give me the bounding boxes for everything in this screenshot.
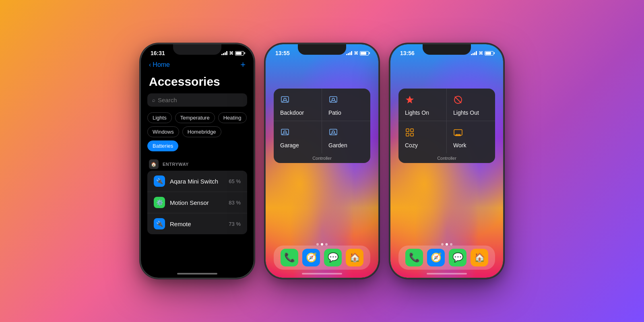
popup-item-work[interactable]: Work [447, 121, 495, 153]
work-icon [453, 128, 463, 140]
svg-point-1 [284, 98, 286, 101]
add-button-phone1[interactable]: + [240, 60, 246, 70]
motion-name: Motion Sensor [170, 199, 224, 206]
page-title-phone1: Accessories [141, 73, 254, 93]
wallpaper-phone2: 13:55 ⌘ [266, 44, 378, 278]
remote-icon: 🔌 [154, 218, 165, 229]
popup-item-garage[interactable]: Garage [274, 121, 322, 153]
home-indicator-phone1 [177, 273, 217, 275]
svg-line-10 [455, 97, 461, 103]
status-bar-phone3: 13:56 ⌘ [390, 44, 503, 58]
garage-icon [280, 128, 290, 140]
tag-batteries[interactable]: Batteries [147, 140, 178, 151]
wifi-icon-phone1: ⌘ [229, 51, 233, 56]
popup-item-lights-on[interactable]: Lights On [398, 89, 447, 121]
dock-phone2: 📞 🧭 💬 🏠 [274, 246, 370, 270]
status-bar-phone1: 16:31 ⌘ [141, 44, 254, 58]
dock-home-app[interactable]: 🏠 [346, 249, 363, 266]
status-bar-phone2: 13:55 ⌘ [266, 44, 378, 58]
battery-icon-phone2 [360, 51, 369, 56]
tag-lights[interactable]: Lights [147, 112, 172, 123]
garden-label: Garden [328, 142, 347, 149]
tag-heating[interactable]: Heating [218, 112, 247, 123]
filter-tags: Lights Temperature Heating Windows Homeb… [141, 112, 254, 156]
tag-homebridge[interactable]: Homebridge [182, 126, 221, 137]
dock-messages-app[interactable]: 💬 [324, 249, 342, 266]
lights-on-icon [405, 95, 415, 107]
dock-messages-app-3[interactable]: 💬 [449, 249, 466, 266]
battery-icon-phone1 [235, 51, 244, 56]
dock-home-app-3[interactable]: 🏠 [471, 249, 488, 266]
garage-label: Garage [280, 142, 299, 149]
nav-bar-phone1: ‹ Home + [141, 58, 254, 73]
aqara-icon: 🔌 [154, 175, 165, 187]
popup-item-cozy[interactable]: Cozy [398, 121, 447, 153]
phones-container: 16:31 ⌘ ‹ Home [141, 0, 503, 322]
dock-safari-app-3[interactable]: 🧭 [427, 249, 445, 266]
phone3-screen: 13:56 ⌘ [390, 44, 503, 278]
motion-icon: ⚙️ [154, 197, 165, 208]
section-header: 🏠 ENTRYWAY [141, 156, 254, 171]
svg-marker-8 [406, 96, 414, 103]
dock-safari-app[interactable]: 🧭 [302, 249, 320, 266]
status-icons-phone1: ⌘ [221, 51, 244, 56]
phone1-screen: 16:31 ⌘ ‹ Home [141, 44, 254, 278]
home-indicator-phone3 [427, 273, 467, 275]
backdoor-label: Backdoor [280, 109, 304, 116]
wallpaper-phone3: 13:56 ⌘ [390, 44, 503, 278]
remote-battery: 73 % [229, 221, 241, 227]
wifi-icon-phone3: ⌘ [479, 51, 483, 56]
time-phone1: 16:31 [151, 50, 165, 56]
status-icons-phone3: ⌘ [471, 51, 493, 56]
popup-item-backdoor[interactable]: Backdoor [274, 89, 322, 121]
popup-menu-phone3: Lights On Lights Out Cozy [398, 89, 495, 163]
signal-icon-phone3 [471, 51, 477, 55]
svg-rect-11 [406, 129, 409, 132]
aqara-battery: 65 % [229, 178, 241, 184]
lights-out-icon [453, 95, 463, 107]
popup-item-patio[interactable]: Patio [322, 89, 370, 121]
status-icons-phone2: ⌘ [346, 51, 369, 56]
patio-icon [328, 95, 338, 107]
search-input[interactable] [158, 97, 242, 103]
svg-rect-4 [281, 129, 289, 135]
accessory-item-aqara[interactable]: 🔌 Aqara Mini Switch 65 % [147, 171, 247, 192]
controller-label-phone2: Controller [274, 153, 370, 163]
section-label: ENTRYWAY [163, 162, 189, 167]
svg-rect-13 [406, 133, 409, 136]
popup-item-lights-out[interactable]: Lights Out [447, 89, 495, 121]
accessory-item-remote[interactable]: 🔌 Remote 73 % [147, 213, 247, 234]
backdoor-icon [280, 95, 290, 107]
motion-battery: 83 % [229, 200, 241, 206]
dock-phone-app[interactable]: 📞 [281, 249, 298, 266]
svg-rect-6 [330, 129, 337, 135]
accessory-list: 🔌 Aqara Mini Switch 65 % ⚙️ Motion Senso… [147, 171, 247, 234]
phone1-background: 16:31 ⌘ ‹ Home [141, 44, 254, 278]
phone3: 13:56 ⌘ [390, 44, 503, 278]
back-button-phone1[interactable]: ‹ Home [149, 61, 170, 68]
svg-point-3 [332, 98, 334, 101]
entryway-icon: 🏠 [149, 159, 159, 169]
tag-windows[interactable]: Windows [147, 126, 179, 137]
battery-icon-phone3 [485, 51, 493, 56]
popup-grid-phone2: Backdoor Patio Garage [274, 89, 370, 153]
accessory-item-motion[interactable]: ⚙️ Motion Sensor 83 % [147, 192, 247, 213]
lights-out-label: Lights Out [453, 109, 479, 116]
svg-rect-14 [411, 133, 413, 136]
search-bar[interactable]: ⌕ [147, 93, 247, 107]
remote-name: Remote [170, 221, 224, 227]
time-phone2: 13:55 [275, 50, 290, 56]
controller-label-phone3: Controller [398, 153, 495, 163]
lights-on-label: Lights On [405, 109, 429, 116]
popup-menu-phone2: Backdoor Patio Garage [274, 89, 370, 163]
svg-point-5 [284, 131, 286, 133]
dock-phone3: 📞 🧭 💬 🏠 [398, 246, 495, 270]
tag-temperature[interactable]: Temperature [175, 112, 215, 123]
garden-icon [328, 128, 338, 140]
work-label: Work [453, 142, 466, 149]
aqara-name: Aqara Mini Switch [170, 178, 224, 185]
phone2-screen: 13:55 ⌘ [266, 44, 378, 278]
signal-icon-phone2 [346, 51, 352, 55]
dock-phone-app-3[interactable]: 📞 [405, 249, 423, 266]
popup-item-garden[interactable]: Garden [322, 121, 370, 153]
